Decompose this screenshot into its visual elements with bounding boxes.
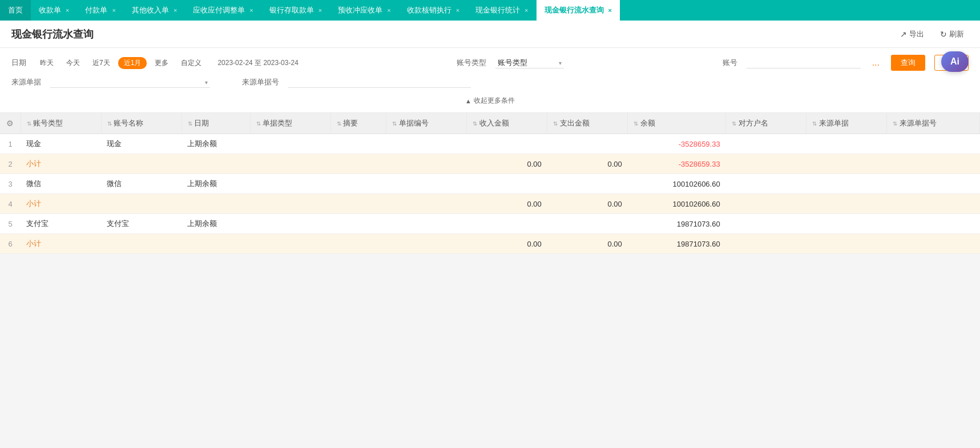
cell-account-name xyxy=(101,194,182,214)
table-row[interactable]: 2 小计 0.00 0.00 -3528659.33 xyxy=(0,154,980,174)
cell-expense: 0.00 xyxy=(547,154,628,174)
sort-icon[interactable]: ⇅ xyxy=(553,120,558,127)
source-doc-no-input[interactable] xyxy=(288,76,471,88)
table-body: 1 现金 现金 上期余额 -3528659.33 2 小计 0.00 0.00 … xyxy=(0,134,980,254)
cell-balance: -3528659.33 xyxy=(628,154,726,174)
close-icon[interactable]: × xyxy=(112,0,115,21)
cell-summary xyxy=(330,234,386,254)
close-icon[interactable]: × xyxy=(174,0,177,21)
nav-payment[interactable]: 付款单 × xyxy=(77,0,123,21)
account-type-select[interactable]: 账号类型 xyxy=(495,57,564,68)
table-row[interactable]: 6 小计 0.00 0.00 19871073.60 xyxy=(0,234,980,254)
source-doc-no-label: 来源单据号 xyxy=(242,77,279,87)
date-btn-today[interactable]: 今天 xyxy=(62,57,84,69)
cell-balance: 19871073.60 xyxy=(628,214,726,234)
cell-source-doc xyxy=(806,174,887,194)
cell-doc-type xyxy=(250,214,330,234)
close-icon[interactable]: × xyxy=(387,0,390,21)
account-more-button[interactable]: ... xyxy=(870,58,882,68)
account-input[interactable] xyxy=(747,57,861,68)
cell-date xyxy=(182,194,250,214)
cell-doc-type xyxy=(250,134,330,154)
date-btn-custom[interactable]: 自定义 xyxy=(176,57,206,69)
sort-icon[interactable]: ⇅ xyxy=(392,120,397,127)
table-col-account-type: ⇅ 账号类型 xyxy=(21,113,101,134)
row-number: 1 xyxy=(0,134,21,154)
date-btn-more[interactable]: 更多 xyxy=(150,57,173,69)
nav-ar-adjust[interactable]: 应收应付调整单 × xyxy=(185,0,261,21)
close-icon[interactable]: × xyxy=(608,0,612,21)
export-button[interactable]: ↗ 导出 xyxy=(896,27,929,42)
collapse-bar[interactable]: ▲ 收起更多条件 xyxy=(11,94,969,106)
cell-source-doc xyxy=(806,214,887,234)
table-col-source-doc: ⇅ 来源单据 xyxy=(806,113,887,134)
cell-account-type: 微信 xyxy=(21,174,101,194)
cell-expense: 0.00 xyxy=(547,194,628,214)
date-btn-yesterday[interactable]: 昨天 xyxy=(35,57,58,69)
table-row[interactable]: 1 现金 现金 上期余额 -3528659.33 xyxy=(0,134,980,154)
nav-other-income[interactable]: 其他收入单 × xyxy=(124,0,185,21)
cell-account-type: 现金 xyxy=(21,134,101,154)
cell-income xyxy=(467,174,547,194)
nav-verify[interactable]: 收款核销执行 × xyxy=(399,0,467,21)
table-col-settings: ⚙ xyxy=(0,113,21,134)
sort-icon[interactable]: ⇅ xyxy=(893,120,897,127)
cell-doc-no xyxy=(386,174,467,194)
cell-balance: 19871073.60 xyxy=(628,234,726,254)
cell-summary xyxy=(330,214,386,234)
sort-icon[interactable]: ⇅ xyxy=(188,120,192,127)
nav-receipt[interactable]: 收款单 × xyxy=(31,0,77,21)
cell-income: 0.00 xyxy=(467,194,547,214)
close-icon[interactable]: × xyxy=(525,0,528,21)
row-number: 6 xyxy=(0,234,21,254)
cell-doc-no xyxy=(386,234,467,254)
nav-cash-flow[interactable]: 现金银行流水查询 × xyxy=(537,0,620,21)
table-row[interactable]: 5 支付宝 支付宝 上期余额 19871073.60 xyxy=(0,214,980,234)
cell-source-doc-no xyxy=(887,214,980,234)
sort-icon[interactable]: ⇅ xyxy=(256,120,261,127)
sort-icon[interactable]: ⇅ xyxy=(812,120,817,127)
collapse-label: 收起更多条件 xyxy=(474,96,515,106)
cell-doc-no xyxy=(386,194,467,214)
account-type-select-wrapper: 账号类型 ▾ xyxy=(495,57,564,68)
nav-cash-stats[interactable]: 现金银行统计 × xyxy=(467,0,536,21)
cell-income xyxy=(467,214,547,234)
cell-income: 0.00 xyxy=(467,154,547,174)
sort-icon[interactable]: ⇅ xyxy=(634,120,638,127)
nav-bank-deposit[interactable]: 银行存取款单 × xyxy=(261,0,330,21)
nav-home[interactable]: 首页 xyxy=(0,0,31,21)
cell-expense xyxy=(547,134,628,154)
sort-icon[interactable]: ⇅ xyxy=(473,120,477,127)
close-icon[interactable]: × xyxy=(66,0,69,21)
cell-counterparty xyxy=(726,134,806,154)
date-btn-7days[interactable]: 近7天 xyxy=(88,57,115,69)
gear-icon[interactable]: ⚙ xyxy=(6,119,14,128)
source-doc-select[interactable] xyxy=(50,76,210,88)
close-icon[interactable]: × xyxy=(456,0,459,21)
refresh-button[interactable]: ↻ 刷新 xyxy=(935,27,969,42)
table-row[interactable]: 4 小计 0.00 0.00 100102606.60 xyxy=(0,194,980,214)
cell-doc-no xyxy=(386,134,467,154)
cell-account-type: 小计 xyxy=(21,234,101,254)
nav-prepaid[interactable]: 预收冲应收单 × xyxy=(330,0,398,21)
cell-source-doc-no xyxy=(887,154,980,174)
ai-assistant-button[interactable]: Ai xyxy=(941,51,969,72)
cell-source-doc-no xyxy=(887,134,980,154)
close-icon[interactable]: × xyxy=(318,0,322,21)
sort-icon[interactable]: ⇅ xyxy=(27,120,31,127)
sort-icon[interactable]: ⇅ xyxy=(732,120,736,127)
sort-icon[interactable]: ⇅ xyxy=(107,120,112,127)
date-btn-1month[interactable]: 近1月 xyxy=(118,57,147,69)
cell-account-type: 支付宝 xyxy=(21,214,101,234)
header-actions: ↗ 导出 ↻ 刷新 xyxy=(896,27,969,42)
cell-doc-type xyxy=(250,194,330,214)
table-row[interactable]: 3 微信 微信 上期余额 100102606.60 xyxy=(0,174,980,194)
row-number: 5 xyxy=(0,214,21,234)
sort-icon[interactable]: ⇅ xyxy=(337,120,341,127)
refresh-icon: ↻ xyxy=(940,30,947,39)
cell-source-doc-no xyxy=(887,234,980,254)
close-icon[interactable]: × xyxy=(249,0,253,21)
page-title: 现金银行流水查询 xyxy=(11,27,94,41)
source-doc-select-wrapper: ▾ xyxy=(50,76,210,88)
query-button[interactable]: 查询 xyxy=(891,55,925,71)
